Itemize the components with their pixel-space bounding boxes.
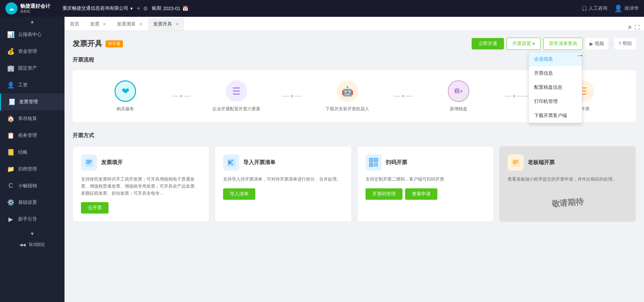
tab-fapiao[interactable]: 发票 ✕ xyxy=(85,18,112,31)
method-actions-3: 开票码管理 查看申请 xyxy=(366,188,485,200)
help-button[interactable]: ? 帮助 xyxy=(614,38,636,49)
sidebar-item-fapiao[interactable]: 🧾 发票管理 xyxy=(0,93,65,110)
saoma-apply-button[interactable]: 查看申请 xyxy=(405,188,437,200)
svg-rect-9 xyxy=(371,159,372,161)
gudingzichan-icon: 🏢 xyxy=(7,65,15,72)
dropdown-arrow-icon: ▾ xyxy=(130,6,133,11)
sidebar-cancel-fixed[interactable]: ◀◀ 取消固定 xyxy=(0,238,65,251)
method-icon-1 xyxy=(81,154,97,171)
method-card-tiankao: 发票填开 支持按照发票样式手工填开发票；可开具增值税电子普通发票、增值税普通发票… xyxy=(73,146,209,222)
method-header-4: 老板端开票 xyxy=(508,154,628,171)
method-icon-3 xyxy=(366,154,382,171)
saoma-code-button[interactable]: 开票码管理 xyxy=(366,188,402,200)
tab-maximize-icon[interactable]: ⛶ xyxy=(635,25,640,31)
header-actions: 立即开通 开票设置 ▾ 异常清单查询 ▶ 视频 | ? xyxy=(472,38,636,50)
content-area: 首页 发票 ✕ 发票测算 ✕ 发票开具 ✕ ✕ ⛶ xyxy=(65,17,644,302)
exception-button[interactable]: 异常清单查询 xyxy=(543,38,583,50)
dropdown-item-kaipiao[interactable]: 开票信息 xyxy=(529,66,582,80)
step2-icon: ☰ xyxy=(226,80,247,102)
guidang-icon: 📁 xyxy=(7,165,15,173)
company-selector[interactable]: 重庆畅捷交通信息咨询有限公司 ▾ xyxy=(62,5,133,11)
daoru-button[interactable]: 导入清单 xyxy=(223,188,255,200)
tab-home[interactable]: 首页 xyxy=(65,18,85,31)
red-arrow-indicator: → xyxy=(576,51,584,60)
sidebar-item-kucun[interactable]: 🏠 库存核算 xyxy=(0,110,65,127)
method-icon-4 xyxy=(508,154,524,171)
sidebar-item-xinshouyindao[interactable]: ▶ 新手引导 xyxy=(0,211,65,228)
tab-home-label: 首页 xyxy=(70,21,79,27)
process-step-4: 税+ 新增税盘 xyxy=(413,80,505,112)
step-connector-3 xyxy=(394,95,413,98)
sidebar-item-label: 云报表中心 xyxy=(18,32,42,38)
sidebar-item-zijinguanli[interactable]: 💰 资金管理 xyxy=(0,43,65,60)
shuiwu-icon: 📋 xyxy=(7,132,15,139)
method-actions-1: 去开票 xyxy=(81,202,201,214)
logo-text-area: 畅捷通好会计 旗舰版 xyxy=(20,3,50,14)
svg-rect-3 xyxy=(86,163,90,164)
tab-kaiju-close[interactable]: ✕ xyxy=(175,22,179,27)
step1-label: 购买服务 xyxy=(117,106,134,112)
methods-title: 开票方式 xyxy=(73,132,636,139)
top-bar: ☁ 畅捷通好会计 旗舰版 重庆畅捷交通信息咨询有限公司 ▾ + ⚙ 账期 202… xyxy=(0,0,644,17)
yunbaobiao-icon: 📊 xyxy=(7,31,15,38)
period-value: 2023-01 xyxy=(163,6,180,11)
sidebar-scroll-up[interactable]: ▲ xyxy=(0,17,65,26)
dropdown-item-printer[interactable]: 打印机管理 xyxy=(529,95,582,109)
sidebar-item-gongzi[interactable]: 👤 工资 xyxy=(0,77,65,93)
chevron-down-icon: ▾ xyxy=(532,41,535,46)
tab-kaiju-label: 发票开具 xyxy=(153,21,172,27)
calendar-icon[interactable]: 📅 xyxy=(182,6,188,11)
tab-fapiao-close[interactable]: ✕ xyxy=(103,22,106,27)
main-area: ▲ 📊 云报表中心 💰 资金管理 🏢 固定资产 👤 工资 🧾 发票管理 xyxy=(0,17,644,302)
step2-label: 企业开通配置开票六要素 xyxy=(212,106,260,112)
sidebar-item-yunbaobiao[interactable]: 📊 云报表中心 xyxy=(0,26,65,43)
support-button[interactable]: 🎧 人工咨询 xyxy=(582,5,607,11)
sidebar-scroll-down[interactable]: ▼ xyxy=(0,229,65,238)
step3-icon: 🤖 xyxy=(337,80,358,102)
method-title-3: 扫码开票 xyxy=(386,159,407,166)
method-header-3: 扫码开票 xyxy=(366,154,485,171)
settings-icon[interactable]: ⚙ xyxy=(143,5,148,12)
svg-rect-1 xyxy=(86,160,92,161)
svg-rect-17 xyxy=(513,160,518,161)
help-icon: ? xyxy=(618,41,621,46)
page-header: 发票开具 待开通 立即开通 开票设置 ▾ 异常清单查询 ▶ 视频 xyxy=(73,38,636,50)
tab-bar: 首页 发票 ✕ 发票测算 ✕ 发票开具 ✕ ✕ ⛶ xyxy=(65,17,644,31)
settings-button[interactable]: 开票设置 ▾ xyxy=(507,38,541,50)
dropdown-item-download[interactable]: 下载开票客户端 xyxy=(529,109,582,123)
tab-fapiao-cesuan[interactable]: 发票测算 ✕ xyxy=(112,18,148,31)
page-title: 发票开具 xyxy=(73,39,102,49)
tab-fapiao-kaiju[interactable]: 发票开具 ✕ xyxy=(148,18,184,31)
logo-area: ☁ 畅捷通好会计 旗舰版 xyxy=(5,2,50,14)
dropdown-item-shuipan[interactable]: 配置税盘信息 xyxy=(529,80,582,95)
sidebar-item-jiezhang[interactable]: 📒 结账 xyxy=(0,144,65,161)
method-title-2: 导入开票清单 xyxy=(243,159,275,166)
tab-close-icon[interactable]: ✕ xyxy=(628,24,632,31)
sidebar-item-xiaochang[interactable]: C 小畅报销 xyxy=(0,178,65,194)
settings-dropdown: 企业信息 开票信息 配置税盘信息 打印机管理 下载开票客户端 xyxy=(528,52,582,123)
svg-rect-11 xyxy=(371,164,372,165)
dropdown-item-enterprise[interactable]: 企业信息 xyxy=(529,52,582,66)
tiankao-go-button[interactable]: 去开票 xyxy=(81,202,109,214)
sidebar-item-label: 发票管理 xyxy=(19,99,38,105)
step-connector-1 xyxy=(172,95,190,98)
gongzi-icon: 👤 xyxy=(7,81,15,89)
method-desc-2: 支持导入待开票清单，可对待开票清单进行拆分、合并处理。 xyxy=(223,176,343,183)
step3-label: 下载并安装开票机器人 xyxy=(326,106,369,112)
methods-section: 开票方式 发票填开 支持按照发票样式手工填开发票；可开具增值税电子 xyxy=(73,132,636,222)
svg-rect-2 xyxy=(86,162,92,162)
logo-subtitle: 旗舰版 xyxy=(20,9,50,14)
add-icon[interactable]: + xyxy=(137,5,140,12)
sidebar-item-guidang[interactable]: 📁 归档管理 xyxy=(0,161,65,178)
sidebar-item-shuiwu[interactable]: 📋 税务管理 xyxy=(0,127,65,144)
activate-button[interactable]: 立即开通 xyxy=(472,38,504,49)
tab-cesuan-close[interactable]: ✕ xyxy=(139,22,142,27)
user-info[interactable]: 👤 徐泽华 xyxy=(614,4,639,12)
sidebar-item-gudingzichan[interactable]: 🏢 固定资产 xyxy=(0,60,65,77)
sidebar-item-jichushezhi[interactable]: ⚙️ 基础设置 xyxy=(0,194,65,211)
top-icons: + ⚙ xyxy=(137,5,148,12)
svg-rect-13 xyxy=(376,163,378,164)
sidebar-item-label: 库存核算 xyxy=(18,116,37,122)
headset-icon: 🎧 xyxy=(582,6,587,11)
video-button[interactable]: ▶ 视频 xyxy=(586,38,608,49)
